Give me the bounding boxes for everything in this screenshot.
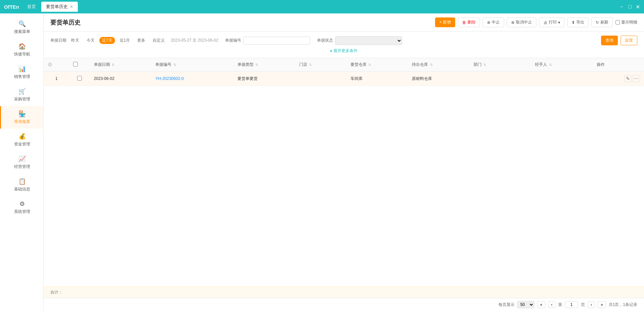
stop-icon: ⊗ <box>487 20 490 25</box>
page-suffix: 页 <box>581 302 585 308</box>
row-edit-icon[interactable]: ✎ <box>624 75 632 82</box>
total-label: 共1页，1条记录 <box>609 302 637 308</box>
sidebar-item-quick-nav[interactable]: 🏠 快捷导航 <box>0 39 43 61</box>
export-button[interactable]: ⬆ 导出 <box>567 17 589 27</box>
cart-icon: 🛒 <box>18 88 26 95</box>
refresh-icon: ↻ <box>596 20 599 25</box>
status-filter-group: 单据状态 <box>317 36 402 45</box>
print-button[interactable]: 🖨 打印 ▾ <box>539 17 565 27</box>
search-icon: 🔍 <box>18 20 26 28</box>
col-header-store: 门店 ⇅ <box>295 58 346 72</box>
row-index: 1 <box>44 72 69 86</box>
table-row: 1 2023-06-02 YH-20230602-0 要货单要货 车间库 原材料… <box>44 72 644 86</box>
home-icon: 🏠 <box>18 43 26 50</box>
new-button[interactable]: + 新增 <box>435 17 455 27</box>
per-page-select[interactable]: 50 100 200 <box>517 301 534 308</box>
row-operations: ✎ ⋯ <box>593 72 644 86</box>
sidebar-item-inventory[interactable]: 🏪 库存核算 <box>0 106 43 129</box>
display-detail-toggle[interactable]: 显示明细 <box>615 19 637 25</box>
sort-type-icon[interactable]: ⇅ <box>255 63 258 66</box>
prev-page-button[interactable]: ‹ <box>548 301 555 308</box>
row-checkbox[interactable] <box>77 76 82 81</box>
col-header-date: 单据日期 ⇅ <box>90 58 152 72</box>
finance-icon: 💰 <box>18 133 26 140</box>
store-icon: 🏪 <box>18 110 26 118</box>
row-req-warehouse: 车间库 <box>346 72 408 86</box>
date-tag-yesterday[interactable]: 昨天 <box>68 37 82 44</box>
sidebar-item-basic[interactable]: 📋 基础信息 <box>0 174 43 196</box>
sort-req-warehouse-icon[interactable]: ⇅ <box>368 63 371 66</box>
col-header-handler: 经手人 ⇅ <box>531 58 593 72</box>
date-tag-1month[interactable]: 近1月 <box>117 37 133 44</box>
settings-button[interactable]: 设置 <box>621 36 637 45</box>
stop-button[interactable]: ⊗ 中止 <box>483 17 504 27</box>
sort-handler-icon[interactable]: ⇅ <box>549 63 552 66</box>
col-header-type: 单据类型 ⇅ <box>233 58 295 72</box>
col-header-pending-warehouse: 待出仓库 ⇅ <box>408 58 470 72</box>
col-header-number: 单据编号 ⇅ <box>151 58 233 72</box>
row-number: YH-20230602-0 <box>151 72 233 86</box>
sort-store-icon[interactable]: ⇅ <box>309 63 312 66</box>
row-dept <box>470 72 531 86</box>
pagination: 每页显示 50 100 200 « ‹ 第 页 › » 共1页，1条记录 <box>44 298 644 311</box>
data-table: ⚙ 单据日期 ⇅ 单据编号 ⇅ <box>44 58 644 86</box>
row-store <box>295 72 346 86</box>
filter-row-1: 单据日期 昨天 今天 近7天 近1月 更多 自定义 2023-05-27 至 2… <box>50 36 637 45</box>
col-header-dept: 部门 ⇅ <box>470 58 531 72</box>
date-tag-more[interactable]: 更多 <box>135 37 148 44</box>
basic-icon: 📋 <box>18 178 26 185</box>
table-header-row: ⚙ 单据日期 ⇅ 单据编号 ⇅ <box>44 58 644 72</box>
delete-button[interactable]: 🗑 删除 <box>458 17 480 27</box>
table-settings-icon[interactable]: ⚙ <box>48 62 52 68</box>
sidebar-item-purchase[interactable]: 🛒 采购管理 <box>0 84 43 106</box>
row-more-icon[interactable]: ⋯ <box>633 75 640 82</box>
refresh-button[interactable]: ↻ 刷新 <box>591 17 613 27</box>
sidebar-item-sales[interactable]: 📊 销售管理 <box>0 61 43 84</box>
print-dropdown-icon: ▾ <box>558 20 560 25</box>
col-header-checkbox <box>69 58 90 72</box>
cancel-stop-button[interactable]: ⊗ 取消中止 <box>507 17 536 27</box>
operation-icon: 📈 <box>18 155 26 163</box>
top-bar: OfTEn 首页 要货单历史 ✕ － □ ✕ <box>0 0 644 13</box>
sidebar-item-operation[interactable]: 📈 经营管理 <box>0 151 43 174</box>
sidebar-item-finance[interactable]: 💰 资金管理 <box>0 129 43 151</box>
sort-number-icon[interactable]: ⇅ <box>173 63 176 66</box>
first-page-button[interactable]: « <box>537 301 545 308</box>
tab-home[interactable]: 首页 <box>22 2 41 12</box>
tab-doc-history[interactable]: 要货单历史 ✕ <box>41 2 78 12</box>
maximize-icon[interactable]: □ <box>628 4 632 10</box>
table-area: ⚙ 单据日期 ⇅ 单据编号 ⇅ <box>44 58 644 286</box>
next-page-button[interactable]: › <box>588 301 595 308</box>
page-title: 要货单历史 <box>50 18 80 27</box>
date-tag-today[interactable]: 今天 <box>84 37 97 44</box>
expand-more-btn[interactable]: ▾ 展开更多条件 <box>330 48 358 54</box>
sidebar-item-search-menu[interactable]: 🔍 搜索菜单 <box>0 16 43 39</box>
window-controls: － □ ✕ <box>619 3 640 10</box>
page-number-input[interactable] <box>565 301 578 308</box>
row-type: 要货单要货 <box>233 72 295 86</box>
minimize-icon[interactable]: － <box>619 3 624 10</box>
footer-summary: 合计： <box>44 286 644 298</box>
tab-close-icon[interactable]: ✕ <box>70 4 73 9</box>
display-detail-checkbox-input[interactable] <box>615 20 620 25</box>
date-range-display: 2023-05-27 至 2023-06-02 <box>171 38 218 43</box>
row-pending-warehouse: 原材料仓库 <box>408 72 470 86</box>
sidebar-item-system[interactable]: ⚙ 系统管理 <box>0 196 43 219</box>
last-page-button[interactable]: » <box>598 301 606 308</box>
sort-date-icon[interactable]: ⇅ <box>112 63 114 66</box>
close-icon[interactable]: ✕ <box>636 4 640 10</box>
per-page-label: 每页显示 <box>498 302 515 308</box>
date-filter-label: 单据日期 <box>50 38 66 43</box>
doc-number-input[interactable] <box>243 37 310 45</box>
row-handler <box>531 72 593 86</box>
status-select[interactable] <box>335 36 402 45</box>
date-tag-custom[interactable]: 自定义 <box>150 37 167 44</box>
date-tag-7days[interactable]: 近7天 <box>99 37 115 44</box>
row-number-link[interactable]: YH-20230602-0 <box>155 76 184 81</box>
sort-dept-icon[interactable]: ⇅ <box>483 63 486 66</box>
expand-icon: ▾ <box>330 49 332 53</box>
main-content: 要货单历史 + 新增 🗑 删除 ⊗ 中止 ⊗ 取消中止 🖨 打印 <box>44 13 644 311</box>
select-all-checkbox[interactable] <box>73 62 78 66</box>
query-button[interactable]: 查询 <box>601 36 618 45</box>
sort-pending-icon[interactable]: ⇅ <box>430 63 433 66</box>
